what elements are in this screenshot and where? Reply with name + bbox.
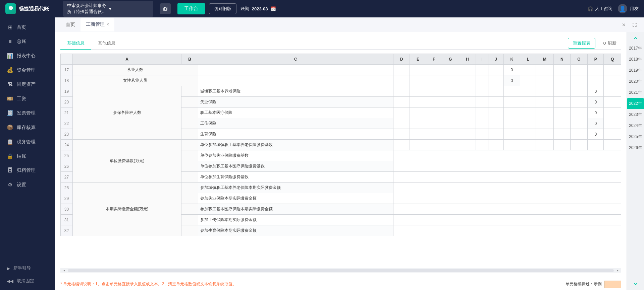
cell-21-b[interactable] xyxy=(181,107,198,118)
cell-24-q[interactable] xyxy=(604,140,621,150)
cell-23-d[interactable] xyxy=(393,129,410,140)
cell-24-g[interactable] xyxy=(442,140,459,150)
cell-18-l[interactable] xyxy=(520,75,536,86)
cell-19-q[interactable] xyxy=(604,86,621,97)
cell-20-k[interactable] xyxy=(503,97,520,107)
cell-20-m[interactable] xyxy=(536,97,554,107)
cell-21-o[interactable] xyxy=(570,107,587,118)
cell-19-d[interactable] xyxy=(393,86,410,97)
cell-22-k[interactable] xyxy=(503,118,520,129)
cell-22-i[interactable] xyxy=(476,118,488,129)
cell-32-rest[interactable] xyxy=(393,225,621,236)
cell-20-o[interactable] xyxy=(570,97,587,107)
spreadsheet-main[interactable]: A B C D E F G H I xyxy=(60,54,621,268)
cell-22-o[interactable] xyxy=(570,118,587,129)
cell-20-q[interactable] xyxy=(604,97,621,107)
expand-window-button[interactable] xyxy=(631,21,639,29)
sidebar-item-capital[interactable]: 💰 资金管理 xyxy=(0,63,55,77)
cell-19-b[interactable] xyxy=(181,86,198,97)
cell-23-n[interactable] xyxy=(553,129,570,140)
cell-23-h[interactable] xyxy=(459,129,476,140)
cell-27-c[interactable]: 单位参加生育保险缴费基数 xyxy=(198,172,393,183)
cell-24-b[interactable] xyxy=(181,140,198,150)
sub-tab-basic[interactable]: 基础信息 xyxy=(60,38,91,50)
cell-20-n[interactable] xyxy=(553,97,570,107)
copy-company-button[interactable] xyxy=(160,3,171,14)
cell-21-c[interactable]: 职工基本医疗保险 xyxy=(198,107,393,118)
cell-30-rest[interactable] xyxy=(393,204,621,215)
cell-19-a[interactable]: 参保各险种人数 xyxy=(73,86,181,140)
year-item-2017[interactable]: 2017年 xyxy=(627,43,644,54)
workbench-button[interactable]: 工作台 xyxy=(177,3,205,14)
cell-21-q[interactable] xyxy=(604,107,621,118)
scroll-track[interactable] xyxy=(68,269,614,272)
sidebar-item-tax[interactable]: 📋 税务管理 xyxy=(0,135,55,149)
cell-19-c[interactable]: 城镇职工基本养老保险 xyxy=(198,86,393,97)
cell-24-o[interactable] xyxy=(570,140,587,150)
year-item-2021[interactable]: 2021年 xyxy=(627,87,644,98)
cell-19-e[interactable] xyxy=(410,86,426,97)
cell-23-c[interactable]: 生育保险 xyxy=(198,129,393,140)
cell-18-d[interactable] xyxy=(393,75,410,86)
cell-24-l[interactable] xyxy=(520,140,536,150)
cell-26-b[interactable] xyxy=(181,161,198,172)
cell-29-c[interactable]: 参加失业保险本期实际缴费金额 xyxy=(198,193,393,204)
cell-17-m[interactable] xyxy=(536,65,554,75)
cell-23-b[interactable] xyxy=(181,129,198,140)
year-item-2023[interactable]: 2023年 xyxy=(627,109,644,120)
cell-23-g[interactable] xyxy=(442,129,459,140)
cell-32-c[interactable]: 参加生育保险本期实际缴费金额 xyxy=(198,225,393,236)
cell-23-f[interactable] xyxy=(426,129,442,140)
cell-24-p[interactable] xyxy=(588,140,604,150)
cell-22-j[interactable] xyxy=(488,118,503,129)
cell-30-c[interactable]: 参加职工基本医疗保险本期实际缴费金额 xyxy=(198,204,393,215)
cell-26-rest[interactable] xyxy=(393,161,621,172)
cell-24-i[interactable] xyxy=(476,140,488,150)
cell-18-k[interactable]: 0 xyxy=(503,75,520,86)
cell-18-m[interactable] xyxy=(536,75,554,86)
scroll-left-arrow[interactable]: ◂ xyxy=(62,268,66,273)
cell-22-l[interactable] xyxy=(520,118,536,129)
year-panel-up-arrow[interactable] xyxy=(627,33,644,43)
cell-19-g[interactable] xyxy=(442,86,459,97)
cell-18-a[interactable]: 女性从业人员 xyxy=(73,75,198,86)
cell-21-p[interactable]: 0 xyxy=(588,107,604,118)
cell-18-i[interactable] xyxy=(476,75,488,86)
cell-31-c[interactable]: 参加工伤保险本期实际缴费金额 xyxy=(198,215,393,225)
cell-17-e[interactable] xyxy=(410,65,426,75)
cell-20-j[interactable] xyxy=(488,97,503,107)
cell-23-p[interactable]: 0 xyxy=(588,129,604,140)
switch-old-button[interactable]: 切到旧版 xyxy=(209,3,236,14)
cell-18-q[interactable] xyxy=(604,75,621,86)
cell-21-f[interactable] xyxy=(426,107,442,118)
year-panel-down-arrow[interactable] xyxy=(627,279,644,289)
cell-20-f[interactable] xyxy=(426,97,442,107)
sidebar-item-invoice[interactable]: 🧾 发票管理 xyxy=(0,106,55,120)
cell-25-rest[interactable] xyxy=(393,150,621,161)
sidebar-item-salary[interactable]: 💴 工资 xyxy=(0,91,55,106)
cell-25-c[interactable]: 单位参加失业保险缴费基数 xyxy=(198,150,393,161)
sidebar-unpin-button[interactable]: ◀◀ 取消固定 xyxy=(0,275,55,287)
cell-27-b[interactable] xyxy=(181,172,198,183)
company-selector[interactable]: 中审众环会计师事务所（特殊普通合伙... ▾ xyxy=(63,1,153,17)
year-item-2025[interactable]: 2025年 xyxy=(627,131,644,142)
refresh-button[interactable]: ↺ 刷新 xyxy=(598,38,621,48)
cell-17-a[interactable]: 从业人数 xyxy=(73,65,198,75)
sidebar-item-archive[interactable]: 🗄 归档管理 xyxy=(0,163,55,177)
cell-17-j[interactable] xyxy=(488,65,503,75)
cell-28-rest[interactable] xyxy=(393,183,621,193)
cell-18-n[interactable] xyxy=(553,75,570,86)
cell-18-p[interactable] xyxy=(588,75,604,86)
cell-17-l[interactable] xyxy=(520,65,536,75)
cell-27-rest[interactable] xyxy=(393,172,621,183)
cell-20-h[interactable] xyxy=(459,97,476,107)
sidebar-item-asset[interactable]: 🏗 固定资产 xyxy=(0,77,55,91)
cell-23-l[interactable] xyxy=(520,129,536,140)
year-item-2020[interactable]: 2020年 xyxy=(627,76,644,87)
cell-20-c[interactable]: 失业保险 xyxy=(198,97,393,107)
sidebar-item-close[interactable]: 🔒 结账 xyxy=(0,149,55,163)
cell-22-f[interactable] xyxy=(426,118,442,129)
cell-22-n[interactable] xyxy=(553,118,570,129)
cell-22-c[interactable]: 工伤保险 xyxy=(198,118,393,129)
cell-24-m[interactable] xyxy=(536,140,554,150)
